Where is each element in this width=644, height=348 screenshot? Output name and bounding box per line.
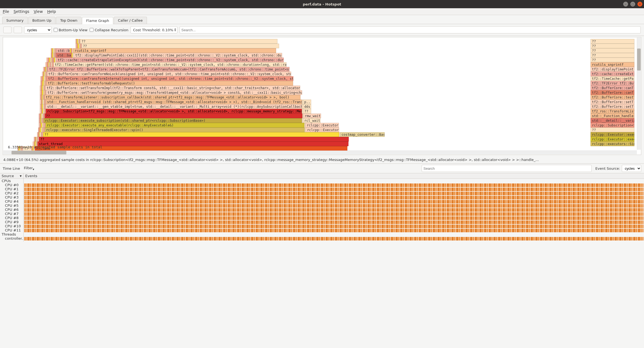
flame-frame[interactable]: std::b... — [56, 48, 70, 53]
event-source-select[interactable]: cycles — [622, 165, 641, 172]
maximize-icon[interactable]: ▢ — [630, 2, 635, 7]
flame-search-input[interactable] — [180, 26, 641, 33]
event-track[interactable] — [24, 212, 643, 216]
event-track[interactable] — [24, 237, 643, 241]
nav-back-button[interactable] — [3, 27, 12, 33]
flame-frame[interactable]: dds... — [303, 104, 311, 109]
flame-frame[interactable]: rcutils_snprintf — [591, 62, 634, 67]
event-track[interactable] — [24, 192, 643, 195]
source-row[interactable]: CPU #6 — [0, 208, 23, 212]
flame-frame[interactable]: std::__detail::__variant::__gen_vtable_i… — [46, 104, 302, 109]
flame-frame[interactable]: rclcpp::Executor::w — [305, 123, 339, 128]
flame-frame[interactable]: tf2::BufferCore::setTransformImpl(tf2::T… — [45, 86, 300, 90]
flame-graph[interactable]: ????std::b...rcutils_snprintfstd::ba...t… — [3, 37, 641, 155]
flame-frame[interactable]: ?? — [591, 53, 634, 58]
tab-bottomup[interactable]: Bottom Up — [28, 17, 56, 24]
flame-frame[interactable]: rclcpp::Executor::execute_any_ — [591, 137, 634, 142]
source-row[interactable]: CPU #8 — [0, 216, 23, 220]
flame-frame[interactable]: ?? — [39, 137, 349, 142]
flame-frame[interactable]: tf2::TF2Error tf2::BufferCor — [591, 81, 634, 86]
flame-frame[interactable]: costmap_converter::Bas... — [340, 132, 385, 137]
flame-frame[interactable]: tf2::TF2Error tf2::BufferCore::walkToTop… — [48, 67, 290, 72]
source-row[interactable]: CPU #5 — [0, 203, 23, 208]
tab-summary[interactable]: Summary — [2, 17, 28, 24]
flame-frame[interactable]: ?? — [591, 44, 634, 48]
source-row[interactable]: CPU #10 — [0, 224, 23, 228]
source-row[interactable]: CPU #3 — [0, 195, 23, 199]
col-source[interactable]: Source▼ — [0, 173, 24, 179]
collapse-checkbox[interactable] — [90, 28, 93, 32]
flame-frame[interactable]: p... — [303, 100, 311, 104]
flame-scrollbar-horizontal[interactable] — [3, 151, 637, 154]
nav-forward-button[interactable] — [14, 27, 22, 33]
flame-frame[interactable]: rclcpp::Executor::execute_subscription(s… — [44, 118, 302, 123]
source-row[interactable]: CPU #11 — [0, 228, 23, 232]
flame-frame[interactable]: rcl_wait — [303, 118, 320, 123]
menu-help[interactable]: Help — [47, 9, 56, 14]
flame-frame[interactable]: ?? — [43, 132, 339, 137]
source-row[interactable]: CPU #2 — [0, 191, 23, 195]
source-row[interactable]: CPU #0 — [0, 183, 23, 187]
flame-frame[interactable]: tf2::cache::createExtrapolationException… — [56, 58, 284, 62]
tab-flamegraph[interactable]: Flame Graph — [82, 17, 113, 24]
flame-frame[interactable]: ?? — [591, 128, 634, 132]
event-track[interactable] — [24, 229, 643, 232]
flame-frame[interactable]: rclcpp::executors::SingleThrea — [591, 142, 634, 146]
event-track[interactable] — [24, 196, 643, 199]
event-track[interactable] — [24, 204, 643, 208]
flame-frame[interactable]: tf2::BufferCore::setTransform(geometry_m… — [46, 90, 302, 95]
events-list[interactable] — [24, 179, 644, 242]
col-events[interactable]: Events — [24, 173, 644, 179]
flame-frame[interactable]: ?? — [80, 39, 277, 44]
flame-frame[interactable]: ?? — [82, 44, 279, 48]
timeline-filter-button[interactable]: Filter▾ — [24, 166, 34, 171]
flame-frame[interactable]: tf2::displayTimePoint[abi:cxx11](std::ch… — [74, 53, 282, 58]
close-icon[interactable]: ✕ — [637, 2, 642, 7]
spinner-down-icon[interactable]: ▼ — [174, 30, 176, 32]
menu-settings[interactable]: Settings — [13, 9, 29, 14]
flame-frame[interactable]: tf2::BufferCore::setTransformI — [591, 100, 634, 104]
event-track[interactable] — [24, 220, 643, 224]
event-track[interactable] — [24, 200, 643, 203]
bottomup-checkbox[interactable] — [54, 28, 58, 32]
flame-frame[interactable]: tf2::TimeCache::getParent(s — [591, 76, 634, 81]
source-row[interactable]: CPU #4 — [0, 199, 23, 203]
collapse-checkbox-wrap[interactable]: Collapse Recursion — [90, 28, 128, 32]
flame-frame[interactable]: tf2_ros::TransformListener::subscription… — [44, 95, 300, 100]
flame-frame[interactable]: tf2::BufferCore::canTransformNoLock(unsi… — [47, 72, 291, 76]
flame-frame[interactable]: rclcpp::Executor::execute_subs — [591, 132, 634, 137]
cost-threshold-spinner[interactable]: Cost Threshold: 0.10% ▲ ▼ — [130, 26, 177, 33]
minimize-icon[interactable]: – — [623, 2, 628, 7]
flame-frame[interactable]: rclcpp::Executor::spir — [306, 128, 339, 132]
source-row[interactable]: CPUs — [0, 179, 23, 183]
flame-frame[interactable]: ?? — [45, 114, 302, 118]
flame-frame[interactable]: tf2::BufferCore::canTransforn — [591, 90, 634, 95]
flame-frame[interactable]: std::_Function_handler<void (std::shared… — [46, 100, 302, 104]
tab-topdown[interactable]: Top Down — [56, 17, 81, 24]
flame-frame[interactable]: tf2::BufferCore::testTransformableReques… — [46, 81, 293, 86]
menu-view[interactable]: View — [34, 9, 43, 14]
source-row[interactable]: CPU #9 — [0, 220, 23, 224]
flame-frame[interactable]: tf2::cache::createExtrapola — [591, 72, 634, 76]
flame-frame[interactable]: rclcpp::executors::SingleThreadedExecuto… — [45, 128, 305, 132]
event-track[interactable] — [24, 188, 643, 191]
flame-frame[interactable]: std::__detail::__variant::__ge — [591, 118, 634, 123]
menu-file[interactable]: File — [3, 9, 9, 14]
flame-frame[interactable]: ?? — [591, 58, 634, 62]
flame-frame[interactable]: rclcpp::Executor::execute_any_executable… — [46, 123, 304, 128]
flame-frame[interactable]: tf2_ros::TransformListener::su — [591, 109, 634, 114]
source-row[interactable]: Threads — [0, 232, 23, 236]
flame-scrollbar-vertical[interactable] — [637, 38, 641, 150]
flame-frame[interactable]: rclcpp::Subscription<tf2_msgs::msg::TFMe… — [46, 109, 302, 114]
flame-frame[interactable]: tf2::displayTimePoint[ab — [591, 67, 634, 72]
flame-frame[interactable]: tf2::BufferCore::canTransformInternal(un… — [47, 76, 293, 81]
tab-callercallee[interactable]: Caller / Callee — [114, 17, 147, 24]
flame-frame[interactable]: rmw_wait — [303, 114, 321, 118]
flame-frame[interactable]: tf2::BufferCore::testTransforn — [591, 95, 634, 100]
flame-frame[interactable]: tf2::BufferCore::setTransform( — [591, 104, 634, 109]
source-row[interactable]: CPU #7 — [0, 212, 23, 216]
flame-frame[interactable]: rcutils_snprintf — [73, 48, 276, 53]
bottomup-checkbox-wrap[interactable]: Bottom-Up View — [54, 28, 87, 32]
event-track[interactable] — [24, 216, 643, 220]
timeline-search-input[interactable] — [422, 165, 592, 172]
